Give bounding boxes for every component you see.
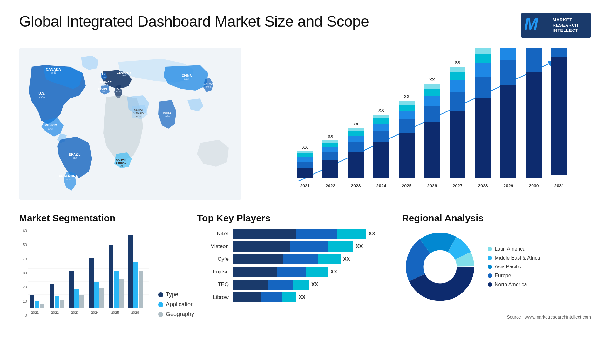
svg-rect-99 bbox=[526, 48, 542, 72]
svg-text:XX: XX bbox=[455, 60, 460, 64]
donut-area: Latin America Middle East & Africa Asia … bbox=[402, 229, 591, 305]
map-container: CANADA xx% U.S. xx% MEXICO xx% BRAZIL xx… bbox=[19, 48, 241, 200]
svg-rect-38 bbox=[297, 153, 313, 157]
svg-text:U.S.: U.S. bbox=[38, 91, 45, 95]
legend-europe-label: Europe bbox=[495, 273, 511, 279]
players-title: Top Key Players bbox=[197, 213, 386, 224]
logo-box: M MARKET RESEARCH INTELLECT bbox=[521, 13, 591, 38]
player-name-librow: Librow bbox=[197, 294, 229, 300]
svg-rect-37 bbox=[297, 157, 313, 162]
svg-text:BRAZIL: BRAZIL bbox=[69, 153, 81, 156]
svg-rect-134 bbox=[128, 235, 133, 308]
svg-rect-67 bbox=[399, 101, 415, 105]
svg-rect-73 bbox=[424, 89, 440, 96]
svg-text:2028: 2028 bbox=[478, 183, 488, 188]
legend-latin-america-label: Latin America bbox=[495, 246, 525, 252]
svg-text:xx%: xx% bbox=[103, 84, 108, 86]
svg-rect-65 bbox=[399, 111, 415, 119]
svg-text:2027: 2027 bbox=[452, 183, 462, 188]
svg-text:xx%: xx% bbox=[116, 90, 120, 93]
svg-rect-64 bbox=[399, 119, 415, 133]
svg-rect-80 bbox=[450, 72, 465, 80]
svg-text:xx%: xx% bbox=[164, 115, 170, 118]
legend-mea: Middle East & Africa bbox=[488, 255, 540, 261]
svg-text:xx%: xx% bbox=[136, 115, 140, 118]
donut-chart-svg bbox=[402, 229, 478, 305]
svg-text:XX: XX bbox=[404, 94, 410, 99]
players-box: Top Key Players N4AI XX bbox=[197, 213, 386, 320]
svg-rect-85 bbox=[475, 77, 491, 98]
legend-type: Type bbox=[158, 291, 194, 298]
player-row-teq: TEQ XX bbox=[197, 280, 386, 290]
legend-geography: Geography bbox=[158, 311, 194, 318]
legend-type-label: Type bbox=[166, 291, 178, 298]
svg-text:2024: 2024 bbox=[376, 183, 386, 188]
legend-north-america-label: North America bbox=[495, 282, 527, 287]
svg-text:XX: XX bbox=[429, 78, 435, 82]
donut-legend: Latin America Middle East & Africa Asia … bbox=[488, 246, 540, 287]
main-bar-chart-svg: XX 2021 XX 2022 bbox=[254, 48, 591, 200]
logo-text: MARKET RESEARCH INTELLECT bbox=[553, 17, 579, 34]
svg-rect-71 bbox=[424, 106, 440, 122]
svg-text:XX: XX bbox=[302, 145, 308, 150]
svg-rect-45 bbox=[322, 143, 338, 147]
svg-rect-59 bbox=[373, 118, 389, 124]
player-bar-visteon: XX bbox=[233, 241, 386, 252]
player-bar-n4ai: XX bbox=[233, 229, 386, 239]
legend-mea-label: Middle East & Africa bbox=[495, 255, 540, 261]
svg-rect-124 bbox=[60, 300, 64, 308]
svg-text:CANADA: CANADA bbox=[46, 67, 61, 71]
player-xx-cyfe: XX bbox=[343, 256, 350, 262]
svg-text:xx%: xx% bbox=[101, 76, 106, 79]
svg-text:xx%: xx% bbox=[51, 71, 57, 75]
bar-chart-container: XX 2021 XX 2022 bbox=[254, 48, 591, 200]
legend-asia-pacific: Asia Pacific bbox=[488, 264, 540, 270]
svg-rect-129 bbox=[94, 282, 99, 308]
svg-text:XX: XX bbox=[378, 108, 384, 113]
page-container: Global Integrated Dashboard Market Size … bbox=[0, 0, 610, 364]
logo-m-icon: M bbox=[524, 14, 538, 33]
svg-text:2023: 2023 bbox=[71, 311, 79, 314]
svg-text:xx%: xx% bbox=[184, 77, 189, 80]
segmentation-title: Market Segmentation bbox=[19, 213, 178, 224]
map-svg: CANADA xx% U.S. xx% MEXICO xx% BRAZIL xx… bbox=[19, 48, 241, 200]
svg-text:xx%: xx% bbox=[118, 165, 123, 168]
seg-chart-area: 60 50 40 30 20 10 0 bbox=[19, 229, 178, 318]
player-name-fujitsu: Fujitsu bbox=[197, 269, 229, 275]
player-name-visteon: Visteon bbox=[197, 243, 229, 250]
player-xx-visteon: XX bbox=[356, 244, 363, 249]
legend-europe: Europe bbox=[488, 273, 540, 279]
svg-text:xx%: xx% bbox=[121, 74, 126, 77]
svg-rect-44 bbox=[322, 147, 338, 152]
svg-rect-126 bbox=[74, 289, 79, 308]
svg-rect-86 bbox=[475, 63, 491, 77]
svg-rect-77 bbox=[450, 111, 465, 178]
svg-text:xx%: xx% bbox=[72, 156, 77, 159]
legend-type-dot bbox=[158, 292, 163, 297]
svg-text:AFRICA: AFRICA bbox=[115, 162, 126, 165]
svg-text:2030: 2030 bbox=[529, 183, 539, 188]
svg-text:2022: 2022 bbox=[51, 311, 59, 314]
svg-rect-36 bbox=[297, 162, 313, 168]
svg-rect-105 bbox=[551, 57, 567, 175]
svg-rect-46 bbox=[322, 140, 338, 143]
legend-geography-label: Geography bbox=[166, 311, 194, 318]
svg-rect-57 bbox=[373, 131, 389, 142]
svg-text:2023: 2023 bbox=[351, 183, 361, 188]
svg-rect-49 bbox=[348, 152, 364, 178]
svg-rect-119 bbox=[30, 295, 34, 308]
svg-text:2029: 2029 bbox=[503, 183, 513, 188]
svg-text:2026: 2026 bbox=[131, 311, 139, 314]
svg-text:XX: XX bbox=[328, 134, 333, 138]
legend-asia-pacific-dot bbox=[488, 265, 492, 269]
svg-rect-74 bbox=[424, 84, 440, 89]
svg-text:xx%: xx% bbox=[65, 178, 71, 181]
svg-text:xx%: xx% bbox=[39, 95, 45, 99]
svg-rect-136 bbox=[139, 271, 143, 308]
legend-geography-dot bbox=[158, 312, 163, 317]
svg-rect-58 bbox=[373, 124, 389, 131]
svg-rect-88 bbox=[475, 48, 491, 54]
svg-text:MEXICO: MEXICO bbox=[44, 124, 57, 127]
regional-box: Regional Analysis bbox=[402, 213, 591, 320]
player-name-cyfe: Cyfe bbox=[197, 256, 229, 262]
